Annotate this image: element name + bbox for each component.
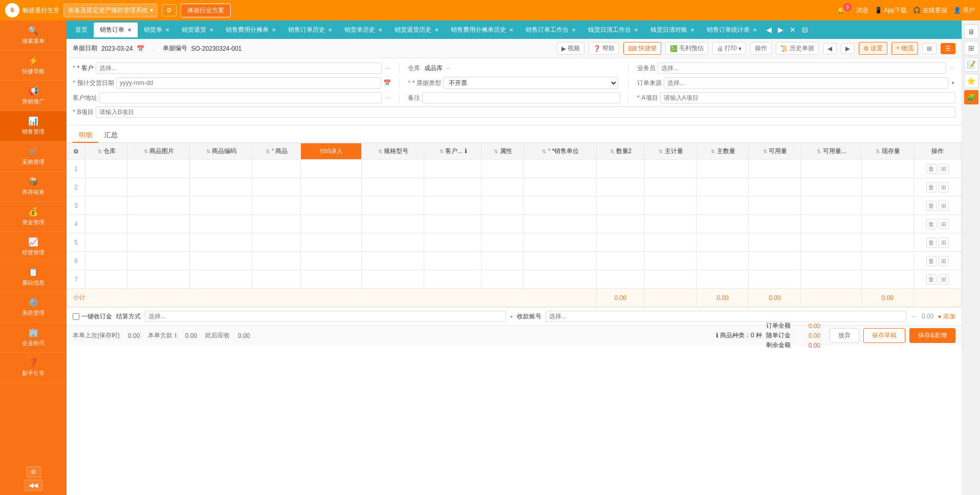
sidebar-item-operation[interactable]: 📈 经营管理 bbox=[0, 232, 67, 262]
cell-warehouse[interactable] bbox=[85, 252, 127, 270]
cell-custcode[interactable] bbox=[424, 160, 482, 178]
cell-code[interactable] bbox=[189, 197, 252, 215]
sidebar-item-marketing[interactable]: 📢 营销推广 bbox=[0, 81, 67, 111]
cell-mainqty[interactable] bbox=[696, 160, 749, 178]
tab-credithist[interactable]: 销货单历史 ✕ bbox=[338, 23, 388, 37]
row-copy-button[interactable]: ⊞ bbox=[939, 238, 949, 248]
right-btn-edit[interactable]: 📝 bbox=[964, 57, 978, 72]
bproject-input[interactable] bbox=[96, 106, 955, 118]
cell-mainqty[interactable] bbox=[696, 233, 749, 252]
staff-ellipsis-icon[interactable]: ··· bbox=[948, 64, 955, 72]
discard-button[interactable]: 放弃 bbox=[830, 328, 859, 343]
sort-icon12[interactable]: ⇅ bbox=[763, 148, 767, 154]
cell-spec[interactable] bbox=[362, 270, 424, 289]
cell-salesunit[interactable] bbox=[524, 197, 596, 215]
cell-warehouse[interactable] bbox=[85, 197, 127, 215]
bank-ellipsis-icon[interactable]: ··· bbox=[910, 313, 918, 320]
sidebar-settings-icon[interactable]: ⚙ bbox=[26, 466, 41, 478]
messages-button[interactable]: 🔔 9 消息 bbox=[837, 6, 869, 15]
tab-close-icon9[interactable]: ✕ bbox=[572, 27, 576, 33]
grid-view-button[interactable]: ⊞ bbox=[922, 43, 937, 54]
sort-icon7[interactable]: ⇅ bbox=[494, 148, 498, 154]
gear-icon-btn[interactable]: ⚙ bbox=[162, 4, 177, 16]
cell-salesunit[interactable] bbox=[524, 270, 596, 289]
cell-product[interactable] bbox=[252, 178, 300, 197]
row-delete-button[interactable]: 🗑 bbox=[926, 274, 937, 285]
sidebar-item-sales[interactable]: 📊 销售管理 bbox=[0, 111, 67, 141]
scan-button[interactable]: 扫码录入 bbox=[316, 146, 346, 156]
cell-code[interactable] bbox=[189, 160, 252, 178]
cell-mainqty[interactable] bbox=[696, 178, 749, 197]
sidebar-collapse-icon[interactable]: ◀◀ bbox=[24, 480, 42, 491]
row-copy-button[interactable]: ⊞ bbox=[939, 274, 949, 285]
sort-icon11[interactable]: ⇅ bbox=[711, 148, 715, 154]
tab-salesorder[interactable]: 销售订单 ✕ bbox=[94, 23, 138, 37]
right-btn-display[interactable]: 🖥 bbox=[964, 25, 978, 39]
th-setting[interactable]: ⚙ bbox=[67, 143, 85, 160]
tab-cashclear[interactable]: 钱货日清工作台 ✕ bbox=[582, 23, 644, 37]
sidebar-item-finance[interactable]: 💰 资金管理 bbox=[0, 202, 67, 232]
help-button[interactable]: ❓ 帮助 bbox=[589, 42, 619, 55]
cell-custcode[interactable] bbox=[424, 178, 482, 197]
tab-salesreturn[interactable]: 销货退货 ✕ bbox=[176, 23, 220, 37]
save-new-button[interactable]: 保存&新增 bbox=[909, 328, 955, 343]
tab-salesstat[interactable]: 销售订单统计表 ✕ bbox=[701, 23, 763, 37]
tab-home[interactable]: 首页 bbox=[69, 23, 94, 37]
cell-attr[interactable] bbox=[482, 270, 524, 289]
sidebar-item-search[interactable]: 🔍 搜索菜单 bbox=[0, 20, 67, 51]
cell-code[interactable] bbox=[189, 215, 252, 233]
cell-product[interactable] bbox=[252, 215, 300, 233]
sort-icon14[interactable]: ⇅ bbox=[876, 148, 880, 154]
cell-salesunit[interactable] bbox=[524, 233, 596, 252]
row-copy-button[interactable]: ⊞ bbox=[939, 219, 949, 229]
cell-warehouse[interactable] bbox=[85, 178, 127, 197]
cell-qty2[interactable] bbox=[597, 215, 644, 233]
tab-close-icon5[interactable]: ✕ bbox=[328, 27, 332, 33]
cell-product[interactable] bbox=[252, 160, 300, 178]
cell-warehouse[interactable] bbox=[85, 233, 127, 252]
cell-product[interactable] bbox=[252, 252, 300, 270]
sidebar-item-basic[interactable]: 📋 基础信息 bbox=[0, 262, 67, 292]
tab-close-icon11[interactable]: ✕ bbox=[690, 27, 694, 33]
list-view-button[interactable]: ☰ bbox=[941, 43, 955, 54]
ordersource-input[interactable] bbox=[664, 77, 948, 89]
cell-product[interactable] bbox=[252, 233, 300, 252]
sidebar-item-quicknav[interactable]: ⚡ 快捷导航 bbox=[0, 51, 67, 81]
quick-pay-checkbox[interactable]: 一键收订金 bbox=[73, 312, 112, 321]
calendar-icon[interactable]: 📅 bbox=[137, 45, 144, 52]
tab-next-button[interactable]: ▶ bbox=[775, 25, 787, 35]
cell-custcode[interactable] bbox=[424, 252, 482, 270]
sidebar-item-purchase[interactable]: 🛒 采购管理 bbox=[0, 141, 67, 171]
cell-mainqty[interactable] bbox=[696, 215, 749, 233]
online-service-button[interactable]: 🎧 在线客服 bbox=[913, 6, 947, 15]
tab-salescredit[interactable]: 销货单 ✕ bbox=[138, 23, 176, 37]
tab-close-icon4[interactable]: ✕ bbox=[272, 27, 276, 33]
row-copy-button[interactable]: ⊞ bbox=[939, 256, 949, 266]
cell-custcode[interactable] bbox=[424, 215, 482, 233]
next-record-button[interactable]: ▶ bbox=[841, 43, 855, 54]
add-material-button[interactable]: + 物流 bbox=[891, 42, 918, 55]
cell-salesunit[interactable] bbox=[524, 215, 596, 233]
customer-ellipsis-icon[interactable]: ··· bbox=[384, 64, 391, 72]
staff-input[interactable] bbox=[658, 62, 946, 74]
row-delete-button[interactable]: 🗑 bbox=[926, 238, 937, 248]
warehouse-ellipsis-icon[interactable]: ··· bbox=[445, 64, 452, 72]
cell-code[interactable] bbox=[189, 252, 252, 270]
settlement-dropdown-icon[interactable]: ▾ bbox=[510, 314, 513, 319]
cell-attr[interactable] bbox=[482, 178, 524, 197]
sidebar-item-system[interactable]: ⚙️ 系统管理 bbox=[0, 292, 67, 322]
cell-code[interactable] bbox=[189, 178, 252, 197]
sort-icon2[interactable]: ⇅ bbox=[144, 148, 148, 154]
system-selector[interactable]: 装备及固定资产辅助管理系统 ▾ bbox=[63, 4, 158, 17]
right-btn-star[interactable]: ⭐ bbox=[964, 74, 978, 88]
cell-qty2[interactable] bbox=[597, 178, 644, 197]
sort-icon[interactable]: ⇅ bbox=[98, 148, 102, 154]
cell-custcode[interactable] bbox=[424, 233, 482, 252]
cell-qty2[interactable] bbox=[597, 270, 644, 289]
row-delete-button[interactable]: 🗑 bbox=[926, 256, 937, 266]
tab-close-icon7[interactable]: ✕ bbox=[434, 27, 439, 33]
row-delete-button[interactable]: 🗑 bbox=[926, 219, 937, 229]
address-input[interactable] bbox=[99, 92, 382, 103]
profit-button[interactable]: 💹 毛利预估 bbox=[665, 42, 708, 55]
tab-summary[interactable]: 汇总 bbox=[98, 128, 124, 143]
